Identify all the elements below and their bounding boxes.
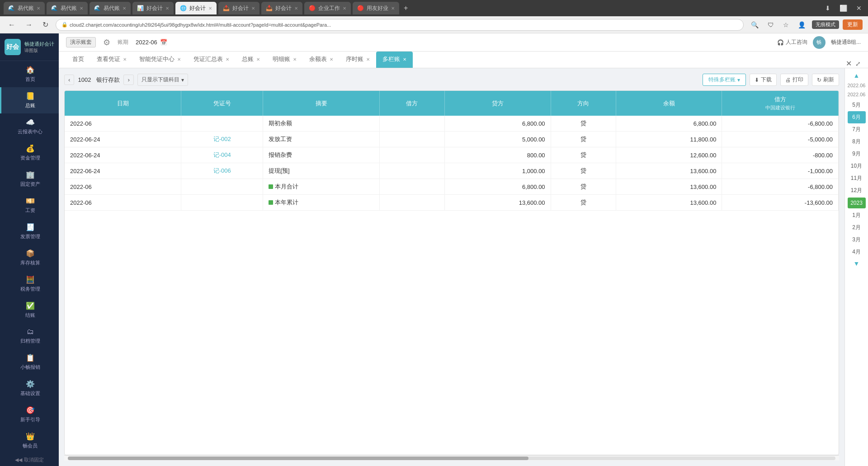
browser-tab-1[interactable]: 🌊 易代账 ✕ [4, 2, 45, 14]
multi-col-button[interactable]: 特殊多栏账 ▾ [703, 74, 746, 86]
sidebar-item-assets[interactable]: 🏢 固定资产 [0, 166, 59, 192]
tab-close-1[interactable]: ✕ [37, 6, 40, 11]
tab-home[interactable]: 首页 [66, 52, 90, 68]
tab-journal-close[interactable]: ✕ [366, 57, 370, 62]
tab-general-ledger-close[interactable]: ✕ [256, 57, 260, 62]
print-button[interactable]: 🖨 打印 [780, 74, 808, 86]
sidebar-item-member[interactable]: 👑 畅会员 [0, 428, 59, 454]
minimize-button[interactable]: ⬇ [822, 4, 833, 13]
sidebar-item-closing[interactable]: ✅ 结账 [0, 297, 59, 323]
shield-icon[interactable]: 🛡 [765, 20, 777, 29]
tab-close-8[interactable]: ✕ [343, 6, 346, 11]
tab-multi-col-close[interactable]: ✕ [403, 57, 406, 62]
search-browser-button[interactable]: 🔍 [748, 20, 761, 29]
horizontal-scrollbar[interactable] [64, 455, 839, 461]
sidebar-item-guide[interactable]: 🎯 新手引导 [0, 401, 59, 428]
browser-tab-4[interactable]: 📊 好会计 ✕ [132, 2, 174, 14]
sidebar-item-tax[interactable]: 🧮 税务管理 [0, 271, 59, 297]
browser-tab-9[interactable]: 🔴 用友好业 ✕ [353, 2, 399, 14]
date-month-mar[interactable]: 3月 [848, 234, 866, 246]
tab-detail-ledger-close[interactable]: ✕ [293, 57, 297, 62]
sidebar-item-archive[interactable]: 🗂 归档管理 [0, 323, 59, 349]
browser-profile-button[interactable]: 👤 [795, 20, 808, 29]
sidebar-item-settings[interactable]: ⚙️ 基础设置 [0, 375, 59, 401]
update-button[interactable]: 更新 [843, 19, 863, 30]
date-month-nov[interactable]: 11月 [848, 172, 866, 184]
sidebar-item-home[interactable]: 🏠 首页 [0, 61, 59, 87]
period-selector[interactable]: 2022-06 📅 [136, 39, 167, 46]
prev-account-button[interactable]: ‹ [64, 75, 74, 85]
browser-tab-6[interactable]: 📥 好会计 ✕ [218, 2, 259, 14]
date-month-dec[interactable]: 12月 [848, 184, 866, 197]
sidebar-item-ledger[interactable]: 📒 总账 [0, 87, 59, 113]
tab-journal[interactable]: 序时账 ✕ [340, 52, 376, 68]
download-button[interactable]: ⬇ 下载 [750, 74, 777, 86]
voucher-link[interactable]: 记-002 [213, 136, 231, 142]
voucher-link[interactable]: 记-004 [213, 151, 231, 158]
tab-voucher-summary[interactable]: 凭证汇总表 ✕ [187, 52, 236, 68]
date-month-may[interactable]: 5月 [848, 99, 866, 111]
pin-button[interactable]: ◀◀ 取消固定 [0, 454, 59, 466]
sidebar-item-inventory[interactable]: 📦 库存核算 [0, 245, 59, 271]
scrollbar-thumb[interactable] [68, 457, 528, 460]
close-button[interactable]: ✕ [854, 4, 864, 13]
maximize-button[interactable]: ⬜ [837, 4, 850, 13]
help-button[interactable]: 🎧 人工咨询 [777, 38, 807, 46]
tab-close-3[interactable]: ✕ [123, 6, 126, 11]
star-button[interactable]: ☆ [780, 20, 792, 29]
browser-tab-8[interactable]: 🔴 企业工作 ✕ [304, 2, 351, 14]
date-scroll-up[interactable]: ▲ [852, 70, 862, 81]
date-month-jan[interactable]: 1月 [848, 209, 866, 221]
next-account-button[interactable]: › [123, 75, 133, 85]
back-button[interactable]: ← [5, 20, 18, 30]
date-month-feb[interactable]: 2月 [848, 221, 866, 234]
tab-close-5[interactable]: ✕ [208, 6, 212, 11]
tab-close-4[interactable]: ✕ [165, 6, 169, 11]
expand-panel-button[interactable]: ⤢ [855, 60, 861, 67]
reload-button[interactable]: ↻ [40, 19, 51, 30]
date-month-sep[interactable]: 9月 [848, 148, 866, 160]
cell-summary: 本月合计 [263, 179, 380, 195]
date-month-jun[interactable]: 6月 [848, 111, 866, 123]
voucher-link[interactable]: 记-006 [213, 167, 231, 174]
tab-voucher-summary-close[interactable]: ✕ [226, 57, 229, 62]
sidebar-item-invoice[interactable]: 🧾 发票管理 [0, 218, 59, 245]
tab-balance-table[interactable]: 余额表 ✕ [303, 52, 340, 68]
tab-general-ledger[interactable]: 总账 ✕ [236, 52, 266, 68]
close-panel-button[interactable]: ✕ [846, 59, 852, 68]
tab-close-7[interactable]: ✕ [294, 6, 298, 11]
tab-multi-col[interactable]: 多栏账 ✕ [376, 52, 413, 68]
tab-voucher-view[interactable]: 查看凭证 ✕ [90, 52, 133, 68]
sidebar-item-payroll[interactable]: 💴 工资 [0, 192, 59, 218]
date-month-apr[interactable]: 4月 [848, 246, 866, 258]
sidebar-item-expense[interactable]: 📋 小畅报销 [0, 349, 59, 375]
notrack-button[interactable]: 无痕模式 [812, 20, 839, 29]
browser-tab-7[interactable]: 📥 好会计 ✕ [261, 2, 302, 14]
forward-button[interactable]: → [23, 20, 35, 30]
sub-account-filter[interactable]: 只显示下级科目 ▾ [137, 74, 188, 86]
tab-detail-ledger[interactable]: 明细账 ✕ [266, 52, 303, 68]
account-code: 1002 [78, 76, 91, 83]
settings-gear-icon[interactable]: ⚙ [103, 38, 110, 47]
tab-balance-table-close[interactable]: ✕ [330, 57, 333, 62]
tab-smart-voucher[interactable]: 智能凭证中心 ✕ [133, 52, 187, 68]
tab-close-2[interactable]: ✕ [80, 6, 83, 11]
browser-tab-3[interactable]: 🌊 易代账 ✕ [90, 2, 131, 14]
cell-summary: 本年累计 [263, 195, 380, 211]
tab-smart-voucher-close[interactable]: ✕ [177, 57, 181, 62]
date-month-aug[interactable]: 8月 [848, 136, 866, 148]
date-month-jul[interactable]: 7月 [848, 123, 866, 136]
date-month-oct[interactable]: 10月 [848, 160, 866, 172]
sidebar-item-reports[interactable]: ☁️ 云报表中心 [0, 113, 59, 140]
sidebar-item-funds[interactable]: 💰 资金管理 [0, 140, 59, 166]
user-avatar[interactable]: 畅 [813, 36, 826, 49]
date-scroll-down[interactable]: ▼ [852, 258, 862, 269]
browser-tab-2[interactable]: 🌊 易代账 ✕ [47, 2, 88, 14]
refresh-button[interactable]: ↻ 刷新 [812, 74, 839, 86]
browser-tab-5[interactable]: 🌐 好会计 ✕ [175, 2, 217, 14]
tab-close-9[interactable]: ✕ [391, 6, 395, 11]
new-tab-button[interactable]: + [401, 4, 410, 12]
url-input[interactable]: 🔒 cloud2.chanjet.com/accounting/uh26t264… [56, 19, 744, 31]
tab-close-6[interactable]: ✕ [251, 6, 255, 11]
tab-voucher-view-close[interactable]: ✕ [123, 57, 127, 62]
